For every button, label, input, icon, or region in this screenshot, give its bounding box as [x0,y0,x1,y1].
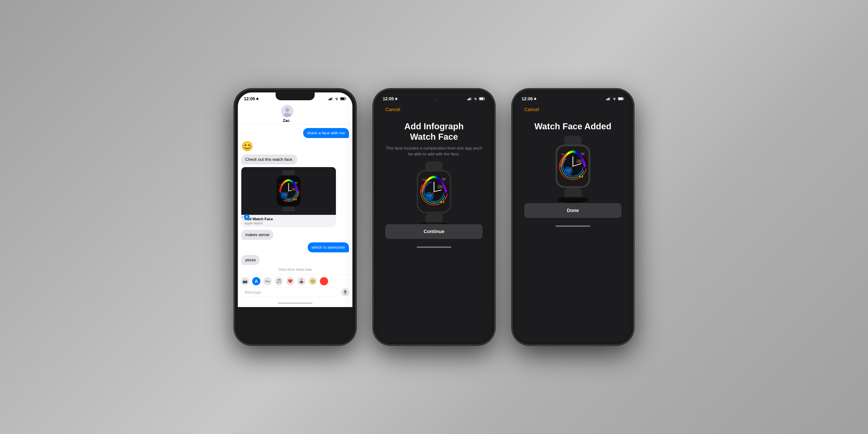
red-tool-icon[interactable] [320,277,328,285]
home-bar-3 [556,225,590,227]
svg-rect-33 [470,98,470,100]
phone-3-screen: 12:06 Cancel Watch Face Added [516,92,630,342]
cancel-button-2[interactable]: Cancel [385,103,400,113]
svg-rect-34 [471,97,471,100]
svg-rect-58 [608,98,608,100]
svg-rect-32 [468,98,469,100]
home-indicator-1 [238,299,352,307]
watch-face-image: 24 TUE 72° UV 6.4 [270,170,307,212]
svg-rect-59 [609,98,609,100]
battery-icon-1 [340,97,346,100]
emoji-message: 😊 [241,141,253,152]
svg-text:TUE: TUE [422,179,427,181]
contact-name[interactable]: Zac › [283,119,292,123]
home-bar-2 [416,247,452,248]
svg-rect-57 [606,99,607,100]
svg-text:UV: UV [433,201,436,203]
done-button[interactable]: Done [524,203,621,218]
svg-text:TUE: TUE [561,153,565,156]
status-time-3: 12:06 [522,96,537,101]
home-indicator-3 [516,222,630,230]
messages-nav-bar: ‹ 9 Zac › [238,103,352,125]
signal-icon-3 [606,97,611,100]
wifi-icon-3 [612,97,616,100]
watch-image-3: 24 6.4 TUE 72° [524,136,621,203]
dark-subtitle-2: This face includes a complication from o… [385,145,483,157]
signal-icon-2 [467,97,472,100]
location-icon-2 [395,97,398,100]
svg-text:72°: 72° [581,153,585,156]
message-bubble-left-2: makes sense [241,230,273,240]
home-indicator-2 [377,243,491,251]
contact-chevron: › [290,119,292,123]
svg-rect-0 [329,99,330,100]
svg-point-81 [558,197,588,203]
watch-card-image: 24 TUE 72° UV 6.4 [241,167,336,215]
watch-illustration-2: 24 UV 6.4 TUE 72° [410,161,458,224]
svg-text:UV: UV [287,199,290,200]
svg-text:TUE: TUE [279,184,283,186]
svg-rect-25 [282,170,295,175]
watch-card-title: Add Watch Face [244,217,333,221]
svg-text:72°: 72° [442,178,446,181]
phone-2-screen: 12:05 ‹ Messages Cancel Add Infograph Wa… [377,92,491,342]
phone-3: 12:06 Cancel Watch Face Added [512,89,633,345]
heart-tool-icon[interactable]: ❤️ [286,277,294,285]
watch-card[interactable]: 24 TUE 72° UV 6.4 [241,167,336,227]
message-bubble-right-2: which is awesome [308,242,349,252]
svg-rect-3 [332,97,333,100]
home-bar-1 [278,303,312,304]
messages-tools: 📷 A Pay 🎵 ❤️ 🕹️ 😊 [241,277,349,285]
camera-tool-icon[interactable]: 📷 [241,277,249,285]
svg-rect-36 [479,98,484,100]
status-icons-3 [606,97,624,100]
phone-1-screen: 12:05 ‹ 9 [238,92,352,342]
battery-icon-3 [618,97,624,100]
status-time-1: 12:05 [244,96,259,101]
watch-image-2: 24 UV 6.4 TUE 72° [385,161,483,224]
svg-text:72°: 72° [295,182,298,184]
notch-1 [276,92,315,100]
svg-rect-1 [330,98,331,100]
continue-button[interactable]: Continue [385,224,483,239]
message-bubble-left-3: yesss [241,255,260,265]
dark-content-3: Cancel Watch Face Added [516,103,630,222]
location-icon-3 [534,97,537,100]
back-badge: 9 [244,214,250,220]
svg-rect-5 [341,98,345,100]
dark-title-2: Add Infograph Watch Face [385,121,483,142]
applepay-tool-icon[interactable]: Pay [264,277,272,285]
appstore-tool-icon[interactable]: A [252,277,260,285]
svg-text:6.4: 6.4 [579,175,583,178]
messages-chat: share a face with me 😊 Check out this wa… [238,125,352,275]
mic-icon[interactable] [341,288,349,297]
phone-1: 12:05 ‹ 9 [235,89,356,345]
phone-2: 12:05 ‹ Messages Cancel Add Infograph Wa… [373,89,495,345]
svg-text:6.4: 6.4 [440,200,444,204]
battery-icon-2 [479,97,485,100]
wifi-icon-2 [473,97,477,100]
imessage-input[interactable]: iMessage [241,287,339,297]
svg-rect-2 [331,98,332,100]
notch-3 [553,92,592,100]
contact-avatar [281,105,293,117]
cancel-button-3[interactable]: Cancel [524,103,539,113]
svg-text:24: 24 [293,188,295,190]
back-button[interactable]: ‹ 9 [241,214,250,220]
svg-text:6.4: 6.4 [293,198,297,201]
svg-text:24: 24 [439,186,442,188]
watch-illustration-3: 24 6.4 TUE 72° [549,136,597,203]
emoji-tool-icon[interactable]: 😊 [309,277,317,285]
svg-rect-26 [282,207,295,212]
wifi-icon-1 [335,97,339,100]
status-icons-1 [329,97,346,100]
svg-text:24: 24 [578,160,581,162]
show-more-label[interactable]: Show More Sleep Data [241,268,349,271]
music-tool-icon[interactable]: 🎵 [275,277,283,285]
signal-icon-1 [329,97,333,100]
message-bubble-left-1: Check out this watch face. [241,155,297,164]
svg-rect-60 [610,97,611,100]
dark-title-3: Watch Face Added [524,121,621,131]
game-tool-icon[interactable]: 🕹️ [297,277,306,285]
dark-content-2: Cancel Add Infograph Watch Face This fac… [377,103,491,243]
